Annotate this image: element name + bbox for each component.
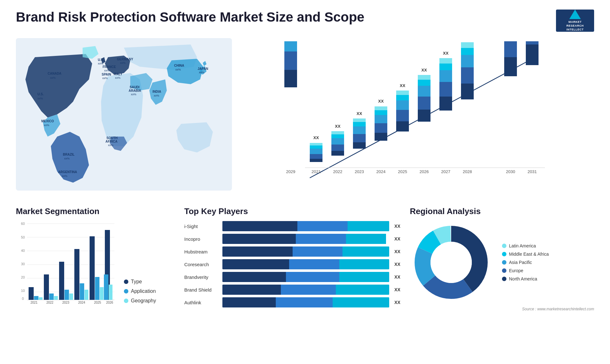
svg-text:U.S.: U.S. (37, 92, 44, 96)
svg-text:2022: 2022 (333, 169, 342, 174)
svg-text:SOUTH: SOUTH (106, 136, 118, 140)
latin-america-label: Latin America (509, 243, 536, 248)
svg-text:2024: 2024 (376, 169, 386, 174)
logo-box: MARKETRESEARCHINTELLECT (556, 10, 594, 32)
svg-text:50: 50 (21, 235, 25, 239)
svg-rect-137 (100, 287, 104, 300)
svg-rect-57 (375, 123, 387, 133)
svg-text:2026: 2026 (420, 169, 429, 174)
svg-text:xx%: xx% (108, 144, 113, 147)
player-bar (222, 259, 389, 269)
svg-rect-120 (34, 296, 38, 300)
geography-label: Geography (131, 298, 156, 304)
players-section: Top Key Players i-Sight XX Incopro (184, 206, 400, 311)
player-name: Brand Shield (184, 287, 219, 293)
svg-text:XX: XX (400, 83, 405, 88)
svg-rect-58 (375, 115, 387, 123)
svg-text:20: 20 (21, 275, 25, 279)
europe-label: Europe (509, 268, 523, 273)
type-label: Type (131, 279, 142, 285)
svg-rect-100 (526, 44, 539, 65)
bar-dark (222, 272, 286, 282)
svg-text:U.K.: U.K. (98, 58, 104, 62)
logo-text: MARKETRESEARCHINTELLECT (566, 20, 584, 31)
player-value: XX (394, 249, 400, 254)
bar-mid (289, 259, 339, 269)
svg-rect-79 (439, 70, 452, 82)
svg-rect-45 (331, 134, 344, 138)
player-value: XX (394, 224, 400, 229)
svg-text:XX: XX (421, 68, 427, 72)
map-container: CANADA xx% U.S. xx% MEXICO xx% BRAZIL xx… (16, 38, 232, 191)
svg-rect-66 (396, 95, 409, 100)
svg-rect-37 (310, 149, 322, 154)
latin-america-dot (502, 244, 506, 248)
svg-text:xx%: xx% (62, 174, 67, 178)
svg-text:JAPAN: JAPAN (198, 67, 208, 71)
svg-rect-38 (310, 145, 322, 149)
svg-text:XX: XX (443, 51, 449, 56)
svg-rect-42 (331, 151, 344, 156)
svg-rect-121 (39, 297, 43, 300)
seg-chart-container: 60 50 40 30 20 10 0 (16, 221, 175, 304)
svg-text:XX: XX (378, 99, 384, 104)
player-bar (222, 285, 389, 295)
player-value: XX (394, 236, 400, 241)
svg-rect-80 (439, 64, 452, 70)
svg-text:2029: 2029 (286, 169, 295, 174)
player-row-brandshield: Brand Shield XX (184, 285, 400, 295)
player-name: Incopro (184, 236, 219, 242)
svg-text:2025: 2025 (398, 169, 407, 174)
donut-container: Latin America Middle East & Africa Asia … (410, 221, 594, 304)
svg-rect-44 (331, 138, 344, 145)
svg-rect-93 (284, 41, 297, 51)
svg-rect-101 (526, 41, 539, 44)
svg-rect-127 (59, 262, 64, 300)
svg-text:ARGENTINA: ARGENTINA (58, 170, 77, 174)
svg-rect-123 (44, 274, 49, 300)
legend-latin-america: Latin America (502, 243, 549, 248)
regional-section: Regional Analysis (410, 206, 594, 311)
svg-rect-84 (461, 84, 474, 99)
player-bar (222, 297, 389, 307)
player-name: Coresearch (184, 262, 219, 267)
svg-rect-70 (418, 110, 430, 122)
seg-legend: Type Application Geography (124, 279, 156, 304)
legend-north-america: North America (502, 276, 549, 281)
svg-rect-43 (331, 145, 344, 151)
svg-rect-136 (95, 277, 99, 300)
svg-text:2030: 2030 (506, 169, 515, 174)
svg-text:2028: 2028 (463, 169, 472, 174)
svg-rect-92 (284, 51, 297, 70)
player-row-authlink: Authlink XX (184, 297, 400, 307)
players-bars: i-Sight XX Incopro (184, 221, 400, 307)
svg-point-148 (430, 242, 472, 283)
svg-text:2024: 2024 (78, 301, 85, 304)
bar-dark (222, 246, 293, 257)
regional-legend: Latin America Middle East & Africa Asia … (502, 243, 549, 281)
segmentation-section: Market Segmentation 60 50 40 30 20 10 0 (16, 206, 175, 311)
svg-rect-49 (353, 142, 366, 149)
svg-text:SPAIN: SPAIN (102, 73, 111, 76)
geography-dot (124, 299, 128, 303)
svg-rect-97 (504, 41, 517, 57)
north-america-dot (502, 277, 506, 281)
middle-east-africa-label: Middle East & Africa (509, 252, 549, 257)
world-map: CANADA xx% U.S. xx% MEXICO xx% BRAZIL xx… (16, 38, 232, 191)
svg-rect-88 (461, 42, 474, 48)
svg-text:40: 40 (21, 249, 25, 253)
svg-rect-125 (54, 296, 58, 300)
svg-text:ITALY: ITALY (114, 72, 123, 76)
player-row-brandverity: Brandverity XX (184, 272, 400, 282)
svg-text:BRAZIL: BRAZIL (63, 153, 75, 156)
player-row-isight: i-Sight XX (184, 221, 400, 231)
svg-rect-60 (375, 106, 387, 110)
player-name: i-Sight (184, 224, 219, 229)
player-name: Hubstream (184, 249, 219, 254)
bar-mid (286, 272, 339, 282)
svg-text:xx%: xx% (104, 69, 110, 72)
svg-rect-133 (85, 290, 88, 300)
svg-rect-52 (353, 122, 366, 126)
svg-text:SAUDI: SAUDI (130, 85, 139, 89)
logo-triangle-icon (569, 10, 581, 19)
